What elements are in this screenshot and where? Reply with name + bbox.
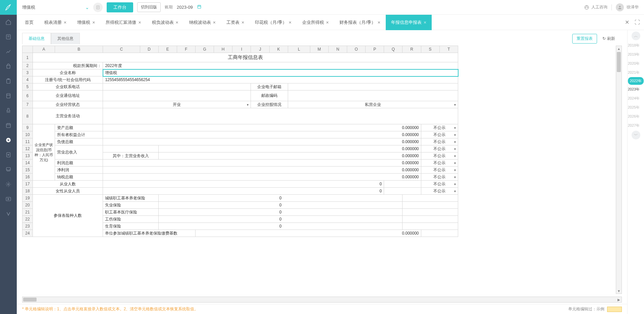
nav-export-icon[interactable] bbox=[0, 147, 17, 162]
year-2020年[interactable]: 2020年 bbox=[628, 59, 644, 68]
nav-home-icon[interactable] bbox=[0, 15, 17, 29]
tab-企业所得税[interactable]: 企业所得税× bbox=[297, 15, 334, 30]
tab-增值税[interactable]: 增值税× bbox=[72, 15, 100, 30]
year-2026年[interactable]: 2026年 bbox=[628, 112, 644, 121]
close-icon[interactable]: × bbox=[424, 20, 426, 25]
year-2021年[interactable]: 2021年 bbox=[628, 68, 644, 77]
tab-印花税（月/季）[interactable]: 印花税（月/季）× bbox=[250, 15, 297, 30]
nav-chart-icon[interactable] bbox=[0, 44, 17, 59]
tab-所得税汇算清缴[interactable]: 所得税汇算清缴× bbox=[100, 15, 146, 30]
tab-工资表[interactable]: 工资表× bbox=[221, 15, 250, 30]
year-scroll-up[interactable]: ︿ bbox=[632, 32, 640, 40]
support-label: 人工咨询 bbox=[591, 4, 607, 10]
sample-swatch bbox=[607, 307, 622, 312]
tab-首页[interactable]: 首页 bbox=[19, 15, 39, 30]
topbar: 增值税 ⌄ 工作台 切到旧版 账期 2023-09 人工咨询 徐泽华 bbox=[17, 0, 644, 15]
nav-stamp-icon[interactable] bbox=[0, 103, 17, 118]
year-2019年[interactable]: 2019年 bbox=[628, 50, 644, 59]
tab-税表清册[interactable]: 税表清册× bbox=[39, 15, 72, 30]
close-icon[interactable]: × bbox=[138, 20, 141, 25]
footer: * 单元格编辑说明：1、点击单元格直接录入数值或文本。2、清空单元格数值或文本恢… bbox=[17, 304, 627, 314]
period-label: 账期 bbox=[165, 4, 173, 10]
form-title: 工商年报信息表 bbox=[33, 53, 458, 62]
svg-rect-3 bbox=[7, 93, 10, 98]
close-icon[interactable]: × bbox=[92, 20, 95, 25]
calendar-icon[interactable] bbox=[197, 4, 202, 10]
spreadsheet-grid[interactable]: ABCDEFGHIJKLMNOPQRST 1工商年报信息表 2税款所属期间：20… bbox=[22, 46, 622, 294]
nav-tax-icon[interactable] bbox=[0, 133, 17, 147]
company-name-cell[interactable]: 增值税 bbox=[103, 69, 458, 76]
nav-calendar-icon[interactable] bbox=[0, 118, 17, 133]
year-scroll-down[interactable]: ﹀ bbox=[632, 131, 640, 139]
avatar-icon bbox=[616, 3, 624, 11]
user-name: 徐泽华 bbox=[627, 4, 639, 10]
company-selector[interactable]: 增值税 ⌄ bbox=[22, 4, 89, 10]
sheet-tab-basic[interactable]: 基础信息 bbox=[22, 33, 51, 44]
close-icon[interactable]: × bbox=[176, 20, 178, 25]
close-tab-icon[interactable]: ✕ bbox=[624, 18, 631, 27]
tab-税负波动表[interactable]: 税负波动表× bbox=[147, 15, 184, 30]
nav-settings-icon[interactable] bbox=[0, 177, 17, 192]
nav-calc-icon[interactable] bbox=[0, 88, 17, 103]
app-logo bbox=[0, 0, 17, 15]
year-2024年[interactable]: 2024年 bbox=[628, 94, 644, 103]
switch-old-button[interactable]: 切到旧版 bbox=[137, 2, 161, 12]
nav-inbox-icon[interactable] bbox=[0, 162, 17, 177]
nav-bag-icon[interactable] bbox=[0, 59, 17, 74]
vertical-scrollbar[interactable]: ▲▼ bbox=[616, 46, 622, 294]
footer-note: * 单元格编辑说明：1、点击单元格直接录入数值或文本。2、清空单元格数值或文本恢… bbox=[22, 306, 198, 312]
refresh-button[interactable]: ↻ 刷新 bbox=[602, 36, 615, 42]
nav-video-icon[interactable] bbox=[0, 192, 17, 206]
close-icon[interactable]: × bbox=[326, 20, 329, 25]
support-link[interactable]: 人工咨询 bbox=[584, 4, 607, 10]
tab-年报信息申报表[interactable]: 年报信息申报表× bbox=[386, 15, 432, 30]
close-icon[interactable]: × bbox=[378, 20, 380, 25]
doc-icon[interactable] bbox=[93, 3, 103, 12]
horizontal-scrollbar[interactable]: ◀▶ bbox=[22, 297, 622, 303]
svg-point-11 bbox=[619, 6, 621, 7]
year-2027年[interactable]: 2027年 bbox=[628, 121, 644, 130]
close-icon[interactable]: × bbox=[64, 20, 66, 25]
pub-dropdown[interactable]: 不公示 bbox=[421, 124, 458, 131]
period-value[interactable]: 2023-09 bbox=[177, 5, 193, 10]
holding-dropdown[interactable]: 私营企业 bbox=[288, 101, 458, 108]
svg-rect-7 bbox=[6, 197, 11, 201]
chevron-down-icon: ⌄ bbox=[85, 5, 89, 10]
left-sidebar bbox=[0, 0, 17, 314]
year-2025年[interactable]: 2025年 bbox=[628, 103, 644, 112]
user-menu[interactable]: 徐泽华 bbox=[616, 3, 639, 11]
company-name: 增值税 bbox=[22, 4, 35, 10]
nav-ledger-icon[interactable] bbox=[0, 29, 17, 44]
close-icon[interactable]: × bbox=[241, 20, 244, 25]
tab-财务报表（月/季）[interactable]: 财务报表（月/季）× bbox=[334, 15, 386, 30]
sheet-tab-other[interactable]: 其他信息 bbox=[51, 33, 80, 44]
close-icon[interactable]: × bbox=[289, 20, 291, 25]
refresh-icon: ↻ bbox=[602, 36, 606, 41]
svg-rect-4 bbox=[6, 124, 10, 128]
svg-rect-9 bbox=[198, 5, 201, 8]
tab-纳税波动表[interactable]: 纳税波动表× bbox=[184, 15, 221, 30]
svg-point-6 bbox=[8, 184, 9, 185]
year-2018年[interactable]: 2018年 bbox=[628, 41, 644, 50]
year-2023年[interactable]: 2023年 bbox=[628, 85, 644, 94]
fullscreen-icon[interactable]: ⛶ bbox=[633, 18, 641, 27]
status-dropdown[interactable]: 开业 bbox=[103, 101, 251, 108]
nav-v-icon[interactable] bbox=[0, 206, 17, 221]
year-2022年[interactable]: 2022年 bbox=[628, 77, 644, 85]
tab-bar: 首页税表清册×增值税×所得税汇算清缴×税负波动表×纳税波动表×工资表×印花税（月… bbox=[17, 15, 644, 30]
year-rail: ︿ 2018年2019年2020年2021年2022年2023年2024年202… bbox=[627, 30, 644, 314]
nav-clipboard-icon[interactable] bbox=[0, 74, 17, 88]
close-icon[interactable]: × bbox=[213, 20, 216, 25]
workbench-button[interactable]: 工作台 bbox=[107, 2, 133, 12]
reset-button[interactable]: 重置报表 bbox=[572, 34, 597, 44]
